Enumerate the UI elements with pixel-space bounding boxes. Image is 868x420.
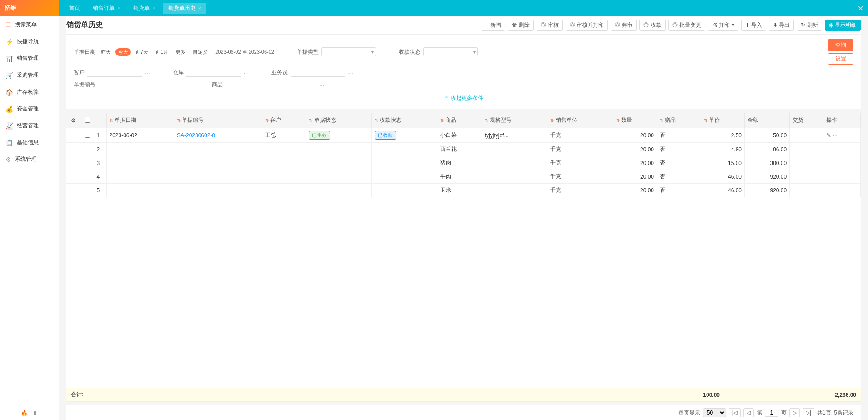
th-date[interactable]: ⇅ 单据日期 xyxy=(106,113,174,128)
per-page-select[interactable]: 50 100 200 xyxy=(703,408,726,417)
doc-link[interactable]: SA-20230602-0 xyxy=(177,132,215,139)
th-docstatus[interactable]: ⇅ 单据状态 xyxy=(306,113,371,128)
cell-customer: 王总 xyxy=(262,128,306,143)
gear-icon[interactable]: ⚙ xyxy=(71,117,76,124)
cell-rowno: 1 xyxy=(94,128,106,143)
tab-sales-history-close[interactable]: × xyxy=(198,5,201,11)
th-docno[interactable]: ⇅ 单据编号 xyxy=(174,113,262,128)
tab-sales-order-close[interactable]: × xyxy=(117,5,120,11)
sidebar-item-basic-info[interactable]: 📋 基础信息 xyxy=(0,134,59,151)
collapse-button[interactable]: ⌃ 收起更多条件 xyxy=(442,93,485,104)
sort-icon: ⇅ xyxy=(375,118,378,123)
audit-button[interactable]: ◎ 审核 xyxy=(537,20,562,31)
query-button[interactable]: 查询 xyxy=(828,39,853,51)
month-tag[interactable]: 近1月 xyxy=(153,48,171,56)
staff-input[interactable] xyxy=(291,68,345,77)
add-button[interactable]: + 新增 xyxy=(482,20,505,31)
select-all-checkbox[interactable] xyxy=(85,117,90,123)
custom-tag[interactable]: 自定义 xyxy=(190,48,211,56)
cell-settings xyxy=(66,156,81,170)
first-page-button[interactable]: |◁ xyxy=(729,408,741,417)
refresh-button[interactable]: ↻ 刷新 xyxy=(797,20,822,31)
sidebar-item-sys-mgmt[interactable]: ⚙ 系统管理 xyxy=(0,151,59,168)
th-spec[interactable]: ⇅ 规格型号 xyxy=(482,113,547,128)
more-icon[interactable]: ⋯ xyxy=(833,132,839,139)
sidebar-item-finance[interactable]: 💰 资金管理 xyxy=(0,100,59,117)
more-tag[interactable]: 更多 xyxy=(173,48,188,56)
th-customer[interactable]: ⇅ 客户 xyxy=(262,113,306,128)
customer-input[interactable] xyxy=(87,68,142,77)
customer-picker[interactable]: ··· xyxy=(145,69,150,76)
scrollbar-area[interactable] xyxy=(66,401,861,405)
tab-sales-goods[interactable]: 销货单 × xyxy=(128,3,161,14)
delete-button[interactable]: 🗑 删除 xyxy=(508,20,534,31)
cell-customer xyxy=(262,184,306,197)
week-tag[interactable]: 近7天 xyxy=(133,48,151,56)
th-qty[interactable]: ⇅ 数量 xyxy=(613,113,657,128)
cell-checkbox[interactable] xyxy=(81,143,94,156)
close-all-tabs[interactable]: ✕ xyxy=(858,4,863,13)
cell-unit: 千克 xyxy=(547,143,613,156)
tab-sales-order[interactable]: 销售订单 × xyxy=(87,3,126,14)
type-select[interactable] xyxy=(321,47,376,56)
audit-print-button[interactable]: ◎ 审核并打印 xyxy=(566,20,608,31)
th-trade: 交货 xyxy=(790,113,823,128)
sidebar-item-label: 资金管理 xyxy=(17,105,39,113)
th-unit[interactable]: ⇅ 销售单位 xyxy=(547,113,613,128)
th-goods[interactable]: ⇅ 商品 xyxy=(437,113,482,128)
sidebar-item-quick-nav[interactable]: ⚡ 快捷导航 xyxy=(0,33,59,50)
cell-checkbox[interactable] xyxy=(81,128,94,143)
import-button[interactable]: ⬆ 导入 xyxy=(741,20,766,31)
staff-picker[interactable]: ··· xyxy=(348,69,353,76)
fire-icon[interactable]: 🔥 xyxy=(21,410,28,416)
th-settings[interactable]: ⚙ xyxy=(66,113,81,128)
cell-customer xyxy=(262,143,306,156)
th-paystatus[interactable]: ⇅ 收款状态 xyxy=(371,113,437,128)
cell-checkbox[interactable] xyxy=(81,170,94,184)
batch-change-button[interactable]: ◎ 批量变更 xyxy=(668,20,705,31)
table-row: 12023-06-02SA-20230602-0王总已生效已收款小白菜tyjyj… xyxy=(66,128,861,143)
status-select[interactable] xyxy=(423,47,478,56)
today-tag[interactable]: 今天 xyxy=(115,48,131,56)
cell-checkbox[interactable] xyxy=(81,156,94,170)
setting-button[interactable]: 设置 xyxy=(828,53,853,65)
next-page-button[interactable]: ▷ xyxy=(789,408,800,417)
cell-qty: 20.00 xyxy=(613,170,657,184)
cell-checkbox[interactable] xyxy=(81,184,94,197)
yesterday-tag[interactable]: 昨天 xyxy=(98,48,114,56)
th-price[interactable]: ⇅ 单价 xyxy=(701,113,744,128)
docno-input[interactable] xyxy=(98,80,189,89)
edit-icon[interactable]: ✎ xyxy=(826,132,831,139)
pause-icon[interactable]: ⏸ xyxy=(32,410,38,416)
sidebar-item-operation[interactable]: 📈 经营管理 xyxy=(0,117,59,134)
sidebar-item-search-menu[interactable]: ☰ 搜索菜单 xyxy=(0,16,59,33)
goods-picker[interactable]: ··· xyxy=(319,81,325,89)
tab-home[interactable]: 首页 xyxy=(64,3,85,14)
export-button[interactable]: ⬇ 导出 xyxy=(769,20,794,31)
prev-page-button[interactable]: ◁ xyxy=(743,408,754,417)
page-number-input[interactable] xyxy=(765,409,778,417)
cell-customer xyxy=(262,170,306,184)
collect-button[interactable]: ◎ 收款 xyxy=(639,20,665,31)
status-select-wrapper xyxy=(423,47,478,56)
reject-audit-button[interactable]: ◎ 弃审 xyxy=(611,20,637,31)
cell-trade xyxy=(790,128,823,143)
goods-input[interactable] xyxy=(226,80,316,89)
th-gift[interactable]: ⇅ 赠品 xyxy=(657,113,701,128)
tab-sales-goods-close[interactable]: × xyxy=(152,5,155,11)
table-row: 2西兰花千克20.00否4.8096.00 xyxy=(66,143,861,156)
cell-qty: 20.00 xyxy=(613,128,657,143)
sidebar-item-inventory[interactable]: 🏠 库存核算 xyxy=(0,84,59,100)
last-page-button[interactable]: ▷| xyxy=(803,408,814,417)
tab-sales-history[interactable]: 销货单历史 × xyxy=(163,3,207,14)
show-detail-button[interactable]: ◉ 显示明细 xyxy=(825,20,861,31)
warehouse-picker[interactable]: ··· xyxy=(244,69,249,76)
sidebar-item-purchase[interactable]: 🛒 采购管理 xyxy=(0,67,59,84)
warehouse-input[interactable] xyxy=(186,68,241,77)
print-button[interactable]: 🖨 打印 ▾ xyxy=(708,20,738,31)
row-checkbox[interactable] xyxy=(85,132,90,138)
cell-amount: 920.00 xyxy=(745,184,790,197)
cell-goods: 玉米 xyxy=(437,184,482,197)
cell-price: 4.80 xyxy=(701,143,744,156)
sidebar-item-sales[interactable]: 📊 销售管理 xyxy=(0,50,59,67)
